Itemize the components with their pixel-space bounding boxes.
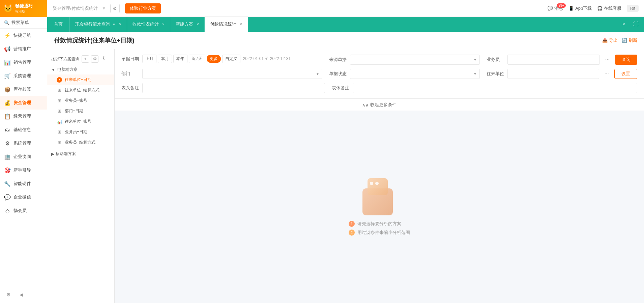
filter-staff-item: 业务员 ··· 查询 [487, 55, 637, 65]
collapse-more-btn[interactable]: ∧∧ 收起更多条件 [115, 99, 644, 111]
status-arrow-icon: ▼ [473, 72, 477, 76]
source-select[interactable]: ▼ [350, 55, 480, 65]
smart-hw-icon: 🔧 [4, 180, 11, 187]
empty-hint-2: 2 用过滤条件来缩小分析范围 [349, 230, 410, 236]
date-this-month-btn[interactable]: 本月 [158, 55, 172, 63]
date-7days-btn[interactable]: 近7天 [189, 55, 205, 63]
sidebar-item-finance[interactable]: 💰 资金管理 [0, 96, 47, 110]
user-name: Rit [627, 5, 639, 12]
query-btn[interactable]: 查询 [615, 55, 637, 65]
scheme-item-dept-date[interactable]: ⊞ 部门+日期 [47, 106, 114, 116]
search-menu-item[interactable]: 🔍 搜索菜单 [0, 17, 47, 29]
date-this-year-btn[interactable]: 本年 [173, 55, 187, 63]
sidebar-item-label: 资金管理 [13, 100, 31, 106]
page-header: 付款情况统计(往来单位+日期) 📤 导出 🔄 刷新 [47, 32, 644, 49]
sidebar-item-operations[interactable]: 📋 经营管理 [0, 110, 47, 123]
sidebar-item-marketing[interactable]: 📢 营销推广 [0, 42, 47, 56]
tab-bank-flow[interactable]: 现金银行流水查询 ▼ × [70, 17, 127, 32]
collapse-sidebar-btn[interactable]: ◀ [16, 290, 26, 300]
app-download-btn[interactable]: 📱 App下载 [568, 5, 592, 11]
nav-fullscreen-btn[interactable]: ⛶ [631, 19, 641, 30]
sidebar-item-sales[interactable]: 📊 销售管理 [0, 56, 47, 69]
tab-payment-stat-close[interactable]: × [240, 22, 242, 27]
sidebar-item-basic-info[interactable]: 🗂 基础信息 [0, 123, 47, 137]
sidebar-item-enterprise[interactable]: 🏢 企业协同 [0, 150, 47, 163]
msg-btn[interactable]: 💬 消息 99+ [548, 5, 563, 11]
tab-receipt-stat-close[interactable]: × [162, 22, 165, 27]
topbar-settings-btn[interactable]: ⚙ [110, 4, 120, 13]
sidebar-item-guide[interactable]: 🎯 新手引导 [0, 163, 47, 177]
add-scheme-btn[interactable]: + [82, 55, 89, 63]
dropdown-icon: ▼ [112, 23, 116, 26]
counter-party-dots-btn[interactable]: ··· [602, 71, 612, 77]
tab-receipt-stat[interactable]: 收款情况统计 × [127, 17, 170, 32]
sys-manage-icon: ⚙ [4, 140, 11, 147]
sidebar-item-quick-nav[interactable]: ⚡ 快捷导航 [0, 29, 47, 42]
tab-home[interactable]: 首页 [47, 17, 70, 32]
date-last-month-btn[interactable]: 上月 [142, 55, 156, 63]
sidebar-item-sys-manage[interactable]: ⚙ 系统管理 [0, 137, 47, 150]
hint-num-1: 1 [349, 221, 355, 227]
scheme-item-unit-date[interactable]: ● 往来单位+日期 [47, 74, 114, 85]
staff-dots-btn[interactable]: ··· [603, 57, 612, 63]
tab-new-scheme[interactable]: 新建方案 × [170, 17, 205, 32]
sidebar-item-label: 智能硬件 [13, 181, 31, 187]
filter-row-3: 表头备注 表体备注 [121, 83, 637, 93]
wechat-icon: 💬 [4, 194, 11, 201]
tab-payment-stat[interactable]: 付款情况统计 × [205, 17, 248, 32]
settings-bottom-btn[interactable]: ⚙ [3, 290, 13, 300]
scheme-item-staff-date[interactable]: ⊞ 业务员+日期 [47, 127, 114, 137]
online-service-btn[interactable]: 🎧 在线客服 [597, 5, 621, 11]
msg-badge: 99+ [557, 3, 566, 8]
counter-party-input[interactable] [507, 69, 599, 79]
collapse-panel-btn[interactable]: 《 [100, 55, 105, 63]
nav-close-all-btn[interactable]: × [618, 19, 629, 30]
scheme-item-staff-settle[interactable]: ⊞ 业务员+结算方式 [47, 137, 114, 148]
robot-eye-left [370, 182, 373, 185]
right-panel: 单据日期 上月 本月 本年 近7天 更多 自定义 2022-01-01 至 20… [115, 49, 644, 303]
scheme-item-label: 往来单位+账号 [65, 119, 91, 124]
scheme-item-unit-settle[interactable]: ⊞ 往来单位+结算方式 [47, 85, 114, 95]
staff-input[interactable] [507, 55, 600, 65]
sidebar-logo: 🐱 [3, 4, 12, 13]
sidebar-item-label: 基础信息 [13, 127, 31, 133]
finance-icon: 💰 [4, 99, 11, 106]
nav-tabs: 首页 现金银行流水查询 ▼ × 收款情况统计 × 新建方案 × 付款情况统计 ×… [47, 17, 644, 32]
sidebar-item-label: 采购管理 [13, 73, 31, 79]
date-more-btn[interactable]: 更多 [207, 55, 221, 63]
scheme-item-unit-account[interactable]: 📊 往来单位+账号 [47, 116, 114, 127]
header-note-input[interactable] [142, 83, 325, 93]
tab-bank-flow-close[interactable]: × [119, 22, 121, 27]
topbar-arrow: ▼ [102, 6, 106, 11]
sidebar-item-wechat[interactable]: 💬 企业微信 [0, 190, 47, 204]
tab-new-scheme-close[interactable]: × [197, 22, 199, 27]
dept-arrow-icon: ▼ [316, 72, 319, 76]
purchase-icon: 🛒 [4, 72, 11, 79]
user-info[interactable]: Rit [627, 5, 639, 12]
sidebar-item-smart-hw[interactable]: 🔧 智能硬件 [0, 177, 47, 190]
sidebar-version: 标准版 [15, 9, 33, 14]
status-select[interactable]: ▼ [350, 69, 480, 79]
body-note-input[interactable] [353, 83, 637, 93]
sidebar-item-vip[interactable]: ◇ 畅会员 [0, 204, 47, 217]
hint-text-1: 请先选择要分析的方案 [357, 221, 401, 227]
mobile-group-header[interactable]: ▶ 移动端方案 [47, 149, 114, 159]
date-custom-btn[interactable]: 自定义 [222, 55, 240, 63]
scheme-item-staff-account[interactable]: ⊞ 业务员+账号 [47, 95, 114, 106]
app-label: App下载 [575, 5, 592, 11]
desktop-group-header[interactable]: ▼ 电脑端方案 [47, 65, 114, 74]
scheme-active-icon: ● [57, 77, 62, 83]
panel-header: 按以下方案查询 + ⚙ 《 [47, 53, 114, 65]
settings-scheme-btn[interactable]: ⚙ [91, 55, 98, 63]
export-btn[interactable]: 📤 导出 [602, 37, 618, 43]
settings-btn[interactable]: 设置 [614, 69, 637, 79]
empty-state: 1 请先选择要分析的方案 2 用过滤条件来缩小分析范围 [115, 111, 644, 303]
sidebar-item-inventory[interactable]: 📦 库存核算 [0, 83, 47, 96]
nav-right-actions: × ⛶ [618, 19, 644, 30]
service-icon: 🎧 [597, 6, 603, 11]
sidebar-item-purchase[interactable]: 🛒 采购管理 [0, 69, 47, 83]
hint-text-2: 用过滤条件来缩小分析范围 [357, 230, 410, 236]
refresh-btn[interactable]: 🔄 刷新 [622, 37, 637, 43]
dept-select[interactable]: ▼ [142, 69, 322, 79]
trial-btn[interactable]: 体验行业方案 [125, 3, 161, 13]
